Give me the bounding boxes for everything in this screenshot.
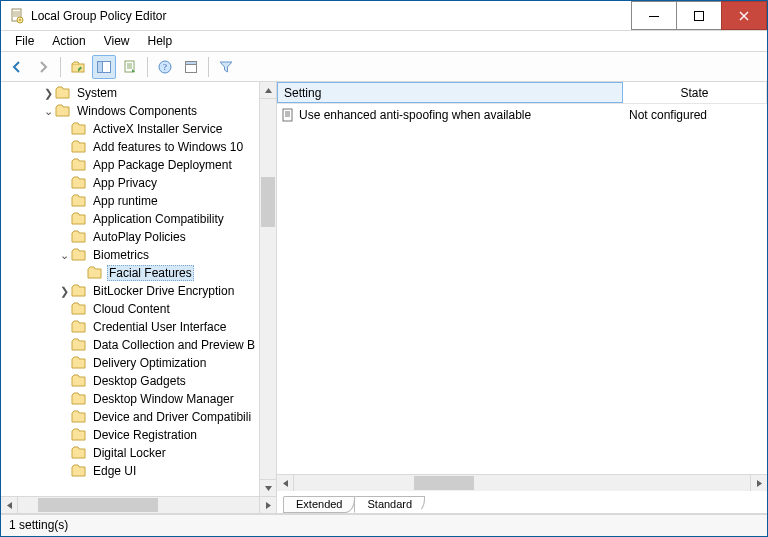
statusbar: 1 setting(s): [1, 514, 767, 536]
expand-icon[interactable]: ❯: [57, 285, 71, 298]
folder-icon: [71, 374, 87, 388]
tree-node[interactable]: Credential User Interface: [5, 318, 259, 336]
close-button[interactable]: [721, 1, 767, 30]
scroll-down-icon[interactable]: [260, 479, 276, 496]
hscroll-thumb[interactable]: [38, 498, 158, 512]
tree-label: App Privacy: [91, 176, 159, 190]
maximize-button[interactable]: [676, 1, 722, 30]
folder-icon: [55, 86, 71, 100]
tree-node[interactable]: Add features to Windows 10: [5, 138, 259, 156]
list-hscroll-thumb[interactable]: [414, 476, 474, 490]
svg-rect-12: [186, 61, 197, 64]
expand-icon[interactable]: ❯: [41, 87, 55, 100]
tree-node[interactable]: ⌄ Biometrics: [5, 246, 259, 264]
tree-node[interactable]: Device Registration: [5, 426, 259, 444]
tree-node[interactable]: Data Collection and Preview B: [5, 336, 259, 354]
expand-icon[interactable]: ⌄: [57, 249, 71, 262]
column-setting[interactable]: Setting: [277, 82, 623, 103]
folder-icon: [71, 302, 87, 316]
tree-node[interactable]: ⌄ Windows Components: [5, 102, 259, 120]
folder-icon: [71, 464, 87, 478]
folder-icon: [71, 428, 87, 442]
list-header: Setting State: [277, 82, 767, 104]
folder-icon: [71, 284, 87, 298]
tree-label: Edge UI: [91, 464, 138, 478]
folder-icon: [87, 266, 103, 280]
window-buttons: [632, 1, 767, 30]
tree-label: Add features to Windows 10: [91, 140, 245, 154]
tree-label: Windows Components: [75, 104, 199, 118]
help-button[interactable]: ?: [153, 55, 177, 79]
tree-node[interactable]: Desktop Window Manager: [5, 390, 259, 408]
menu-action[interactable]: Action: [44, 32, 93, 50]
up-button[interactable]: [66, 55, 90, 79]
tree-label: Desktop Gadgets: [91, 374, 188, 388]
folder-icon: [71, 248, 87, 262]
tree-vscrollbar[interactable]: [259, 82, 276, 496]
tree-label: Application Compatibility: [91, 212, 226, 226]
tree-node[interactable]: ❯ System: [5, 84, 259, 102]
folder-icon: [55, 104, 71, 118]
tree-node[interactable]: AutoPlay Policies: [5, 228, 259, 246]
tree-node[interactable]: App Privacy: [5, 174, 259, 192]
menu-help[interactable]: Help: [140, 32, 181, 50]
tree-node[interactable]: Application Compatibility: [5, 210, 259, 228]
folder-icon: [71, 122, 87, 136]
tree-node[interactable]: Delivery Optimization: [5, 354, 259, 372]
tree-node[interactable]: ❯ BitLocker Drive Encryption: [5, 282, 259, 300]
folder-icon: [71, 410, 87, 424]
tree-hscrollbar[interactable]: [1, 496, 276, 513]
svg-rect-3: [649, 16, 659, 17]
tree[interactable]: ❯ System ⌄ Windows Components ActiveX In…: [1, 82, 259, 496]
expand-icon[interactable]: ⌄: [41, 105, 55, 118]
folder-icon: [71, 230, 87, 244]
tree-node[interactable]: Edge UI: [5, 462, 259, 480]
folder-icon: [71, 212, 87, 226]
policy-icon: [281, 108, 295, 122]
tab-standard[interactable]: Standard: [354, 496, 425, 513]
show-hide-tree-button[interactable]: [92, 55, 116, 79]
row-state-label: Not configured: [623, 108, 767, 122]
forward-button[interactable]: [31, 55, 55, 79]
svg-text:?: ?: [163, 62, 167, 72]
tree-node[interactable]: App Package Deployment: [5, 156, 259, 174]
filter-button[interactable]: [214, 55, 238, 79]
list-scroll-left-icon[interactable]: [277, 475, 294, 491]
folder-icon: [71, 140, 87, 154]
list-row[interactable]: Use enhanced anti-spoofing when availabl…: [277, 106, 767, 124]
column-state[interactable]: State: [623, 82, 767, 103]
window: Local Group Policy Editor File Action Vi…: [0, 0, 768, 537]
minimize-button[interactable]: [631, 1, 677, 30]
menu-view[interactable]: View: [96, 32, 138, 50]
tree-label: Facial Features: [107, 265, 194, 281]
tree-node[interactable]: Desktop Gadgets: [5, 372, 259, 390]
back-button[interactable]: [5, 55, 29, 79]
tree-label: Device and Driver Compatibili: [91, 410, 253, 424]
tree-node[interactable]: Cloud Content: [5, 300, 259, 318]
tab-extended[interactable]: Extended: [283, 496, 355, 513]
folder-icon: [71, 392, 87, 406]
properties-button[interactable]: [179, 55, 203, 79]
tabs: Extended Standard: [277, 491, 767, 513]
tree-label: Device Registration: [91, 428, 199, 442]
tree-label: Data Collection and Preview B: [91, 338, 257, 352]
scroll-up-icon[interactable]: [260, 82, 276, 99]
list-body[interactable]: Use enhanced anti-spoofing when availabl…: [277, 104, 767, 474]
list-scroll-right-icon[interactable]: [750, 475, 767, 491]
folder-icon: [71, 176, 87, 190]
export-list-button[interactable]: [118, 55, 142, 79]
folder-icon: [71, 320, 87, 334]
scroll-right-icon[interactable]: [259, 497, 276, 513]
scroll-thumb[interactable]: [261, 177, 275, 227]
body: ❯ System ⌄ Windows Components ActiveX In…: [1, 82, 767, 514]
toolbar-separator-2: [147, 57, 148, 77]
tree-node[interactable]: Device and Driver Compatibili: [5, 408, 259, 426]
tree-node[interactable]: ActiveX Installer Service: [5, 120, 259, 138]
tree-node[interactable]: App runtime: [5, 192, 259, 210]
menu-file[interactable]: File: [7, 32, 42, 50]
tree-node[interactable]: Facial Features: [5, 264, 259, 282]
tree-node[interactable]: Digital Locker: [5, 444, 259, 462]
window-title: Local Group Policy Editor: [31, 9, 632, 23]
list-hscrollbar[interactable]: [277, 474, 767, 491]
scroll-left-icon[interactable]: [1, 497, 18, 513]
